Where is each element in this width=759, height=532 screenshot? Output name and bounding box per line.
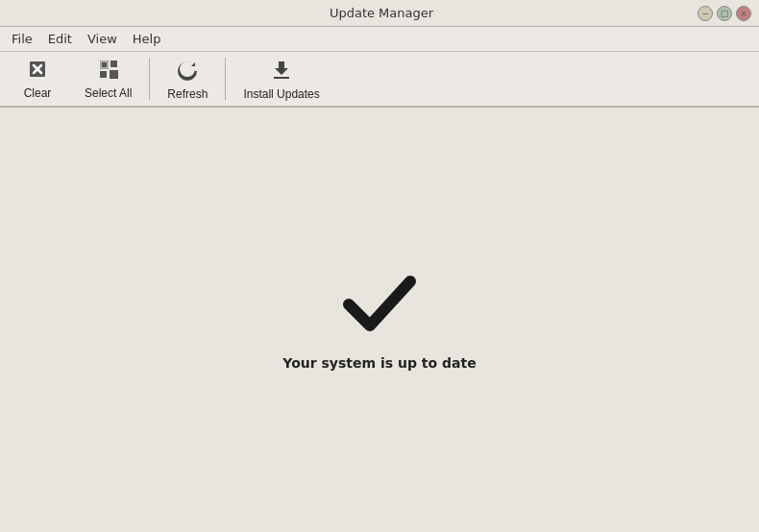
svg-rect-5 [100, 71, 107, 78]
clear-icon [27, 59, 48, 83]
svg-rect-7 [101, 61, 108, 68]
clear-button[interactable]: Clear [4, 54, 71, 104]
checkmark-icon [341, 270, 418, 340]
title-bar: Update Manager − □ × [0, 0, 759, 27]
toolbar-separator-1 [149, 58, 150, 100]
install-updates-label: Install Updates [243, 87, 319, 101]
menu-bar: File Edit View Help [0, 27, 759, 52]
clear-label: Clear [24, 86, 52, 100]
svg-rect-6 [110, 70, 118, 79]
refresh-icon [176, 58, 199, 84]
minimize-button[interactable]: − [698, 6, 713, 21]
status-text: Your system is up to date [282, 355, 476, 371]
select-all-button[interactable]: Select All [71, 54, 145, 104]
svg-rect-8 [274, 77, 289, 79]
menu-help[interactable]: Help [125, 30, 169, 48]
toolbar-separator-2 [225, 58, 226, 100]
select-all-label: Select All [85, 86, 132, 100]
main-content: Your system is up to date [0, 108, 759, 532]
svg-rect-4 [110, 60, 117, 67]
refresh-button[interactable]: Refresh [154, 54, 221, 104]
maximize-button[interactable]: □ [717, 6, 732, 21]
window-title: Update Manager [65, 6, 698, 20]
install-updates-button[interactable]: Install Updates [230, 54, 332, 104]
close-button[interactable]: × [736, 6, 751, 21]
menu-file[interactable]: File [4, 30, 40, 48]
menu-view[interactable]: View [80, 30, 125, 48]
select-all-icon [98, 59, 119, 83]
install-updates-icon [270, 58, 293, 84]
window-controls: − □ × [698, 6, 751, 21]
refresh-label: Refresh [167, 87, 208, 101]
toolbar: Clear Select All Refresh [0, 52, 759, 108]
menu-edit[interactable]: Edit [40, 30, 80, 48]
